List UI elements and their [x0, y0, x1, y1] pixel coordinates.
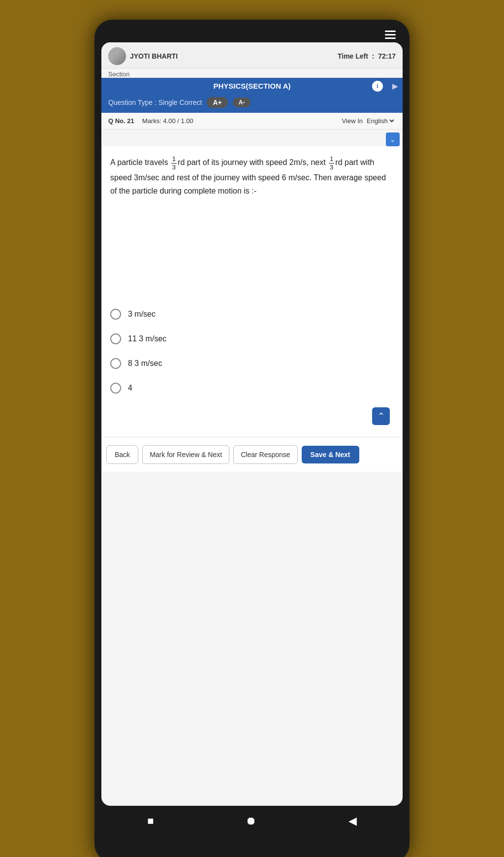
mark-review-button[interactable]: Mark for Review & Next: [142, 445, 229, 464]
option-4[interactable]: 4: [110, 383, 394, 394]
language-select[interactable]: English: [365, 117, 396, 125]
question-body: A particle travels 1 3 rd part of its jo…: [101, 146, 403, 304]
back-button[interactable]: Back: [106, 445, 138, 464]
question-meta: Q No. 21 Marks: 4.00 / 1.00 View In Engl…: [101, 113, 403, 130]
option-2[interactable]: 11 3 m/sec: [110, 333, 394, 344]
phone-frame: JYOTI BHARTI Time Left : 72:17 Section P…: [94, 20, 410, 857]
option-2-label: 11 3 m/sec: [128, 334, 166, 343]
option-4-radio[interactable]: [110, 383, 121, 394]
fraction-11-3: 11 3: [128, 334, 146, 343]
option-4-label: 4: [128, 384, 132, 393]
avatar: [108, 47, 126, 65]
option-3-label: 8 3 m/sec: [128, 359, 162, 368]
option-2-radio[interactable]: [110, 333, 121, 344]
section-arrow-icon[interactable]: ▶: [392, 82, 398, 90]
nav-bar: ■ ⏺ ◀: [101, 808, 403, 832]
scroll-down-button[interactable]: ⌄: [386, 132, 400, 146]
fraction-1-3-first: 1 3: [171, 155, 177, 171]
section-header: PHYSICS(SECTION A) i ▶: [101, 78, 403, 94]
app-header: JYOTI BHARTI Time Left : 72:17: [101, 42, 403, 68]
question-type-label: Question Type : Single Correct: [108, 99, 202, 106]
hamburger-icon[interactable]: [385, 31, 396, 39]
font-increase-button[interactable]: A+: [207, 97, 227, 108]
option-1[interactable]: 3 m/sec: [110, 309, 394, 320]
status-bar: [101, 29, 403, 42]
marks: Marks: 4.00 / 1.00: [142, 117, 193, 125]
user-info: JYOTI BHARTI: [108, 47, 178, 65]
option-1-radio[interactable]: [110, 309, 121, 320]
info-icon[interactable]: i: [372, 81, 383, 92]
nav-square-icon[interactable]: ■: [147, 815, 154, 827]
question-number: Q No. 21: [108, 117, 134, 125]
option-1-label: 3 m/sec: [128, 310, 156, 319]
fraction-8-3: 8 3: [128, 359, 141, 367]
bottom-actions: Back Mark for Review & Next Clear Respon…: [101, 437, 403, 472]
question-type-bar: Question Type : Single Correct A+ A-: [101, 94, 403, 113]
view-in: View In English: [342, 117, 396, 125]
section-title: PHYSICS(SECTION A): [214, 82, 291, 90]
section-label: Section: [101, 68, 403, 78]
option-3[interactable]: 8 3 m/sec: [110, 358, 394, 369]
options-section: 3 m/sec 11 3 m/sec 8: [101, 304, 403, 437]
user-name: JYOTI BHARTI: [130, 52, 178, 60]
fraction-1-3-second: 1 3: [329, 155, 334, 171]
save-next-button[interactable]: Save & Next: [302, 446, 359, 463]
option-3-radio[interactable]: [110, 358, 121, 369]
font-decrease-button[interactable]: A-: [233, 98, 251, 107]
scroll-up-button[interactable]: ⌃: [372, 407, 390, 425]
nav-back-icon[interactable]: ◀: [348, 815, 357, 827]
time-left: Time Left : 72:17: [338, 52, 396, 60]
app-content: JYOTI BHARTI Time Left : 72:17 Section P…: [101, 42, 403, 806]
nav-circle-icon[interactable]: ⏺: [246, 815, 256, 827]
clear-response-button[interactable]: Clear Response: [233, 445, 297, 464]
